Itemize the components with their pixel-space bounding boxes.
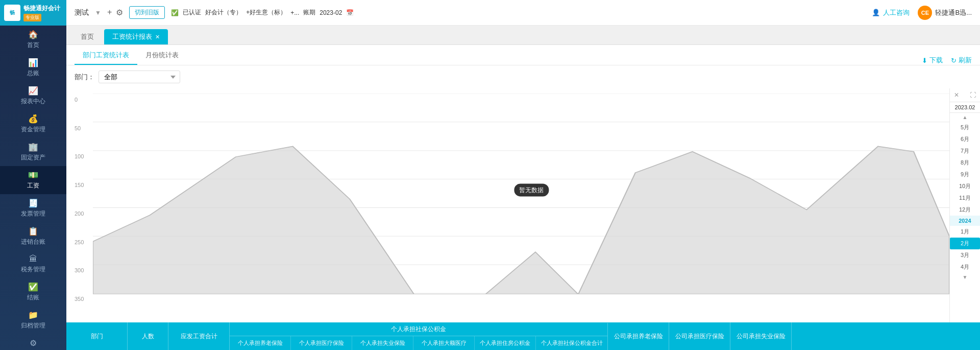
- plus-icon[interactable]: +: [107, 8, 112, 17]
- logo-text: 畅捷通好会计 专业版: [23, 4, 60, 21]
- refresh-button[interactable]: ↻ 刷新: [951, 56, 972, 65]
- dept-select[interactable]: 全部 行政部 财务部 销售部 技术部: [99, 71, 180, 83]
- sidebar-item-ledger[interactable]: 📊总账: [0, 54, 66, 82]
- payroll-icon: 💵: [28, 170, 38, 180]
- filter-left: 部门： 全部 行政部 财务部 销售部 技术部: [75, 71, 180, 83]
- content-area: 部门工资统计表 月份统计表 ⬇ 下载 ↻ 刷新 部门：: [66, 45, 980, 350]
- logo-badge: 专业版: [23, 14, 41, 21]
- sidebar-item-label-archive: 归档管理: [21, 321, 45, 330]
- tab-bar: 首页 工资统计报表 ✕: [66, 26, 980, 45]
- checkout-icon: ✅: [28, 282, 38, 292]
- col-group-personal: 个人承担社保公积金 个人承担养老保险 个人承担医疗保险 个人承担失业保险 个人承…: [230, 323, 608, 350]
- expand-icon[interactable]: ⛶: [970, 91, 976, 99]
- col-personal-unemployment: 个人承担失业保险: [352, 336, 413, 350]
- status-product: 好会计（专）: [205, 8, 242, 17]
- tab-home[interactable]: 首页: [72, 29, 102, 44]
- month-item-11月[interactable]: 11月: [950, 192, 980, 204]
- col-company-medical: 公司承担医疗保险: [669, 322, 730, 350]
- sidebar-item-settings[interactable]: ⚙设置: [0, 334, 66, 350]
- reports-icon: 📈: [28, 86, 38, 96]
- invoice-icon: 🧾: [28, 198, 38, 208]
- topbar-dropdown-arrow[interactable]: ▼: [95, 9, 101, 16]
- calendar-icon[interactable]: 📅: [346, 9, 354, 16]
- download-button[interactable]: ⬇ 下载: [922, 56, 943, 65]
- close-icon[interactable]: ✕: [954, 91, 959, 99]
- sidebar: 畅 畅捷通好会计 专业版 🏠首页📊总账📈报表中心💰资金管理🏢固定资产💵工资🧾发票…: [0, 0, 66, 350]
- home-icon: 🏠: [28, 30, 38, 39]
- settings-icon[interactable]: ⚙: [116, 8, 123, 17]
- help-link[interactable]: 👤 人工咨询: [872, 8, 910, 17]
- month-item-12月[interactable]: 12月: [950, 204, 980, 216]
- right-panel-nav-up[interactable]: ▲: [950, 113, 980, 122]
- right-panel-nav-down[interactable]: ▼: [950, 273, 980, 282]
- period-label: 账期: [303, 8, 315, 17]
- chart-and-panel: 350 300 250 200 150 100 50 0: [66, 88, 980, 322]
- month-item-1月[interactable]: 1月: [950, 226, 980, 238]
- sidebar-item-home[interactable]: 🏠首页: [0, 26, 66, 54]
- main-content: 测试 ▼ + ⚙ 切到旧版 ✅ 已认证 好会计（专） +好生意（标） +... …: [66, 0, 980, 350]
- sidebar-item-label-assets: 固定资产: [21, 153, 45, 162]
- month-item-5月[interactable]: 5月: [950, 122, 980, 133]
- dept-label: 部门：: [75, 73, 94, 82]
- sidebar-item-assets[interactable]: 🏢固定资产: [0, 138, 66, 166]
- month-item-9月[interactable]: 9月: [950, 169, 980, 180]
- sidebar-item-label-payroll: 工资: [27, 181, 39, 190]
- subtabs: 部门工资统计表 月份统计表 ⬇ 下载 ↻ 刷新: [66, 45, 980, 65]
- filter-toolbar: 部门： 全部 行政部 财务部 销售部 技术部: [66, 65, 980, 88]
- user-name: 轻捷通B迅...: [935, 8, 972, 17]
- sidebar-item-funds[interactable]: 💰资金管理: [0, 110, 66, 138]
- sidebar-item-label-invoice: 发票管理: [21, 209, 45, 218]
- sidebar-items: 🏠首页📊总账📈报表中心💰资金管理🏢固定资产💵工资🧾发票管理📋进销台账🏛税务管理✅…: [0, 26, 66, 350]
- col-company-pension: 公司承担养老保险: [608, 322, 669, 350]
- sidebar-item-reports[interactable]: 📈报表中心: [0, 82, 66, 110]
- user-avatar: CE: [918, 6, 932, 20]
- status-certified: 已认证: [183, 8, 201, 17]
- col-company-unemployment: 公司承担失业保险: [730, 322, 792, 350]
- month-item-3月[interactable]: 3月: [950, 249, 980, 261]
- sidebar-item-tax[interactable]: 🏛税务管理: [0, 250, 66, 278]
- settings-icon: ⚙: [30, 338, 37, 348]
- subtab-dept[interactable]: 部门工资统计表: [75, 46, 137, 65]
- nav-up-icon[interactable]: ▲: [963, 114, 968, 120]
- switch-old-button[interactable]: 切到旧版: [129, 6, 165, 19]
- subtab-monthly[interactable]: 月份统计表: [137, 46, 187, 65]
- month-item-10月[interactable]: 10月: [950, 180, 980, 192]
- tab-payroll-report[interactable]: 工资统计报表 ✕: [104, 29, 168, 44]
- month-item-4月[interactable]: 4月: [950, 261, 980, 273]
- logo-icon: 畅: [4, 5, 20, 21]
- sidebar-item-archive[interactable]: 📁归档管理: [0, 306, 66, 334]
- status-plus1: +好生意（标）: [246, 8, 286, 17]
- month-item-2月[interactable]: 2月: [950, 238, 980, 249]
- sidebar-item-sales[interactable]: 📋进销台账: [0, 222, 66, 250]
- col-count: 人数: [128, 322, 168, 350]
- sidebar-item-label-tax: 税务管理: [21, 265, 45, 274]
- sidebar-item-invoice[interactable]: 🧾发票管理: [0, 194, 66, 222]
- right-panel-year: 2023.02: [950, 102, 980, 113]
- ledger-icon: 📊: [28, 58, 38, 67]
- status-more: +...: [290, 9, 299, 16]
- chart-tooltip: 暂无数据: [514, 183, 549, 196]
- sidebar-item-payroll[interactable]: 💵工资: [0, 166, 66, 194]
- tab-payroll-label: 工资统计报表: [112, 32, 152, 41]
- col-personal-pension: 个人承担养老保险: [230, 336, 291, 350]
- topbar-title: 测试: [75, 8, 89, 17]
- period-value: 2023-02: [320, 9, 342, 16]
- chart-inner: 暂无数据: [93, 94, 949, 294]
- right-panel-close-row: ✕ ⛶: [950, 88, 980, 102]
- topbar-status: ✅ 已认证 好会计（专） +好生意（标） +... 账期 2023-02 📅: [171, 8, 354, 17]
- col-total-salary: 应发工资合计: [168, 322, 230, 350]
- month-item-8月[interactable]: 8月: [950, 157, 980, 169]
- topbar-icons: + ⚙: [107, 8, 123, 17]
- sidebar-item-label-reports: 报表中心: [21, 97, 45, 106]
- sidebar-item-label-ledger: 总账: [27, 69, 39, 78]
- tab-close-icon[interactable]: ✕: [155, 34, 160, 40]
- user-menu[interactable]: CE 轻捷通B迅...: [918, 6, 972, 20]
- month-item-6月[interactable]: 6月: [950, 133, 980, 145]
- month-item-7月[interactable]: 7月: [950, 145, 980, 157]
- sidebar-item-label-home: 首页: [27, 41, 39, 50]
- nav-down-icon[interactable]: ▼: [963, 274, 968, 280]
- tax-icon: 🏛: [29, 254, 37, 264]
- right-panel-months: 5月6月7月8月9月10月11月12月20241月2月3月4月: [950, 122, 980, 273]
- tab-home-label: 首页: [81, 32, 94, 41]
- sidebar-item-checkout[interactable]: ✅结账: [0, 278, 66, 306]
